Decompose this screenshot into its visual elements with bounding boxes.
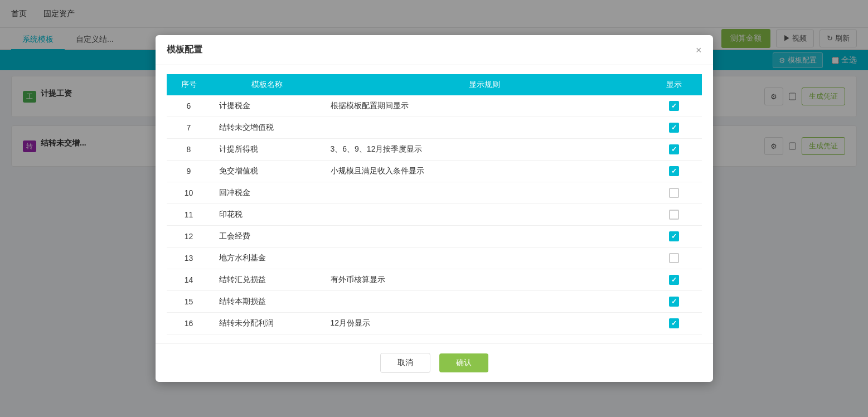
checked-checkbox[interactable] (669, 144, 679, 154)
confirm-button[interactable]: 确认 (439, 353, 488, 372)
modal-footer: 取消 确认 (156, 343, 713, 382)
modal-close-button[interactable]: × (696, 45, 702, 55)
cell-idx: 10 (167, 182, 211, 204)
cell-idx: 8 (167, 139, 211, 161)
cell-rule: 有外币核算显示 (323, 269, 646, 291)
cell-rule (323, 204, 646, 226)
table-row: 6计提税金根据模板配置期间显示 (167, 95, 702, 117)
table-row: 11印花税 (167, 204, 702, 226)
col-header-rule: 显示规则 (323, 74, 646, 95)
cell-show (646, 313, 702, 334)
table-row: 9免交增值税小规模且满足收入条件显示 (167, 161, 702, 182)
cell-idx: 14 (167, 269, 211, 291)
checked-checkbox[interactable] (669, 297, 679, 307)
cell-idx: 11 (167, 204, 211, 226)
cell-rule (323, 248, 646, 269)
cell-name: 结转未交增值税 (211, 117, 323, 139)
cell-show (646, 139, 702, 161)
cell-show (646, 117, 702, 139)
cell-show (646, 291, 702, 313)
cell-rule: 小规模且满足收入条件显示 (323, 161, 646, 182)
modal-overlay: 模板配置 × 序号 模板名称 显示规则 显示 6计提税金根据模板配置期间显示7结… (0, 0, 868, 417)
cell-idx: 15 (167, 291, 211, 313)
checked-checkbox[interactable] (669, 275, 679, 285)
table-header-row: 序号 模板名称 显示规则 显示 (167, 74, 702, 95)
cell-rule: 3、6、9、12月按季度显示 (323, 139, 646, 161)
table-row: 13地方水利基金 (167, 248, 702, 269)
unchecked-checkbox[interactable] (669, 188, 679, 198)
cell-name: 结转汇兑损益 (211, 269, 323, 291)
cell-name: 地方水利基金 (211, 248, 323, 269)
checked-checkbox[interactable] (669, 101, 679, 111)
cell-rule: 根据模板配置期间显示 (323, 95, 646, 117)
cell-rule (323, 182, 646, 204)
cell-idx: 7 (167, 117, 211, 139)
cell-name: 计提税金 (211, 95, 323, 117)
cell-rule (323, 226, 646, 248)
unchecked-checkbox[interactable] (669, 210, 679, 220)
table-row: 14结转汇兑损益有外币核算显示 (167, 269, 702, 291)
cell-show (646, 269, 702, 291)
cell-idx: 9 (167, 161, 211, 182)
cell-show (646, 161, 702, 182)
cell-show (646, 182, 702, 204)
table-row: 7结转未交增值税 (167, 117, 702, 139)
table-row: 10回冲税金 (167, 182, 702, 204)
col-header-idx: 序号 (167, 74, 211, 95)
template-config-modal: 模板配置 × 序号 模板名称 显示规则 显示 6计提税金根据模板配置期间显示7结… (156, 35, 713, 382)
col-header-name: 模板名称 (211, 74, 323, 95)
unchecked-checkbox[interactable] (669, 253, 679, 263)
table-row: 8计提所得税3、6、9、12月按季度显示 (167, 139, 702, 161)
cell-show (646, 204, 702, 226)
cell-idx: 6 (167, 95, 211, 117)
cell-name: 计提所得税 (211, 139, 323, 161)
table-row: 12工会经费 (167, 226, 702, 248)
cancel-button[interactable]: 取消 (380, 353, 430, 373)
checked-checkbox[interactable] (669, 231, 679, 241)
modal-body: 序号 模板名称 显示规则 显示 6计提税金根据模板配置期间显示7结转未交增值税8… (156, 65, 713, 343)
table-body: 6计提税金根据模板配置期间显示7结转未交增值税8计提所得税3、6、9、12月按季… (167, 95, 702, 334)
cell-rule (323, 117, 646, 139)
cell-show (646, 248, 702, 269)
cell-rule: 12月份显示 (323, 313, 646, 334)
cell-name: 结转未分配利润 (211, 313, 323, 334)
config-table: 序号 模板名称 显示规则 显示 6计提税金根据模板配置期间显示7结转未交增值税8… (167, 74, 702, 334)
cell-idx: 16 (167, 313, 211, 334)
cell-name: 回冲税金 (211, 182, 323, 204)
modal-header: 模板配置 × (156, 35, 713, 65)
cell-name: 结转本期损益 (211, 291, 323, 313)
cell-idx: 12 (167, 226, 211, 248)
cell-idx: 13 (167, 248, 211, 269)
table-row: 16结转未分配利润12月份显示 (167, 313, 702, 334)
cell-show (646, 95, 702, 117)
checked-checkbox[interactable] (669, 166, 679, 176)
checked-checkbox[interactable] (669, 123, 679, 133)
cell-name: 免交增值税 (211, 161, 323, 182)
cell-name: 印花税 (211, 204, 323, 226)
col-header-show: 显示 (646, 74, 702, 95)
checked-checkbox[interactable] (669, 318, 679, 328)
cell-name: 工会经费 (211, 226, 323, 248)
modal-title: 模板配置 (167, 44, 202, 56)
cell-rule (323, 291, 646, 313)
table-row: 15结转本期损益 (167, 291, 702, 313)
cell-show (646, 226, 702, 248)
